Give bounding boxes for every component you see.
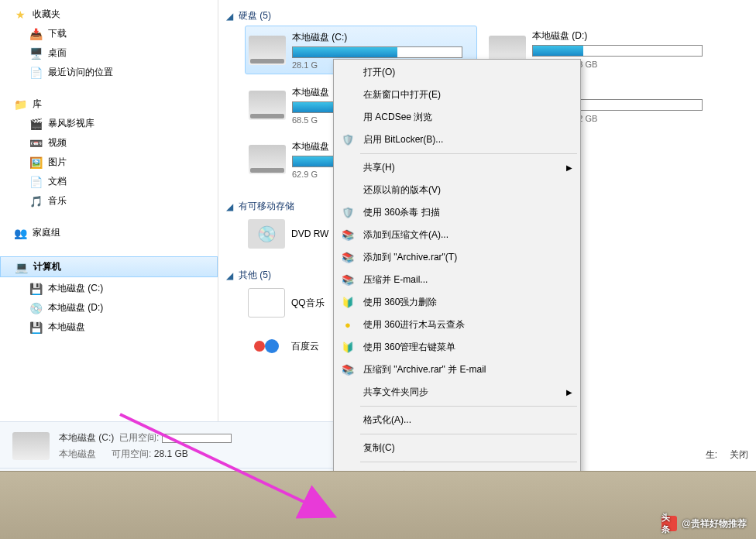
delete-icon: 🔰 — [342, 297, 354, 309]
dvd-icon: 💿 — [248, 219, 285, 249]
drive-icon — [12, 432, 50, 460]
sidebar-computer[interactable]: 💻计算机 — [0, 256, 218, 277]
details-pane: 本地磁盘 (C:) 已用空间: 本地磁盘 可用空间: 28.1 GB — [0, 421, 333, 471]
archive-icon: 📚 — [342, 252, 354, 264]
ctx-360-menu-manage[interactable]: 🔰使用 360管理右键菜单 — [335, 336, 579, 359]
ctx-360-trojan[interactable]: ●使用 360进行木马云查杀 — [335, 314, 579, 336]
ctx-share[interactable]: 共享(H)▶ — [335, 156, 579, 179]
archive-icon: 📚 — [342, 229, 354, 242]
video-icon: 🎬 — [29, 118, 42, 130]
archive-icon: 📚 — [342, 274, 354, 287]
baidu-icon — [248, 331, 285, 361]
taskbar-background — [0, 471, 756, 539]
drive-icon — [249, 36, 286, 65]
chevron-right-icon: ▶ — [566, 163, 572, 172]
shield-icon: 🛡️ — [342, 207, 354, 219]
sidebar-documents[interactable]: 📄文档 — [0, 172, 218, 191]
document-icon — [248, 288, 285, 318]
shield-icon: 🛡️ — [342, 134, 354, 146]
separator — [360, 153, 577, 154]
favorites-group[interactable]: ★收藏夹 — [0, 5, 218, 24]
sidebar-video[interactable]: 📼视频 — [0, 133, 218, 153]
ctx-acdsee[interactable]: 用 ACDSee 浏览 — [335, 106, 579, 129]
ctx-prev-versions[interactable]: 还原以前的版本(V) — [335, 179, 579, 201]
homegroup[interactable]: 👥家庭组 — [0, 223, 218, 242]
sidebar-recent[interactable]: 📄最近访问的位置 — [0, 63, 218, 82]
music-icon: 🎵 — [29, 195, 42, 208]
pictures-icon: 🖼️ — [29, 156, 42, 169]
ctx-compress-email[interactable]: 📚压缩并 E-mail... — [335, 269, 579, 291]
folder-icon: 📁 — [14, 98, 26, 111]
recent-icon: 📄 — [29, 67, 42, 79]
separator — [360, 462, 577, 462]
computer-icon: 💻 — [15, 261, 27, 273]
sidebar-drive-c[interactable]: 💾本地磁盘 (C:) — [0, 279, 218, 298]
download-icon: 📥 — [29, 28, 42, 40]
ctx-share-sync[interactable]: 共享文件夹同步▶ — [335, 381, 579, 403]
scan-icon: ● — [342, 319, 354, 331]
right-status-bar: 生: 关闭 — [706, 448, 748, 462]
ctx-add-to-rar[interactable]: 📚添加到 "Archive.rar"(T) — [335, 246, 579, 269]
ctx-bitlocker[interactable]: 🛡️启用 BitLocker(B)... — [335, 129, 579, 151]
usage-bar — [532, 45, 703, 57]
ctx-compress-rar-email[interactable]: 📚压缩到 "Archive.rar" 并 E-mail — [335, 359, 579, 381]
ctx-copy[interactable]: 复制(C) — [335, 437, 579, 459]
caret-icon: ◢ — [226, 11, 235, 22]
ctx-add-archive[interactable]: 📚添加到压缩文件(A)... — [335, 224, 579, 246]
usage-bar — [162, 434, 232, 443]
caret-icon: ◢ — [226, 201, 235, 212]
sidebar-pictures[interactable]: 🖼️图片 — [0, 153, 218, 172]
sidebar-drive-d[interactable]: 💿本地磁盘 (D:) — [0, 298, 218, 318]
sidebar-desktop[interactable]: 🖥️桌面 — [0, 43, 218, 63]
caret-icon: ◢ — [226, 270, 235, 281]
archive-icon: 📚 — [342, 364, 354, 376]
ctx-open[interactable]: 打开(O) — [335, 61, 579, 84]
separator — [360, 434, 577, 434]
settings-icon: 🔰 — [342, 342, 354, 354]
ctx-format[interactable]: 格式化(A)... — [335, 409, 579, 431]
drive-icon: 💾 — [29, 283, 42, 295]
separator — [360, 406, 577, 407]
section-disks[interactable]: ◢硬盘 (5) — [226, 6, 748, 26]
libraries-group[interactable]: 📁库 — [0, 94, 218, 114]
drive-icon — [249, 145, 286, 174]
ctx-360-force-delete[interactable]: 🔰使用 360强力删除 — [335, 291, 579, 314]
desktop-icon: 🖥️ — [29, 47, 42, 60]
sidebar-music[interactable]: 🎵音乐 — [0, 191, 218, 211]
star-icon: ★ — [14, 9, 26, 21]
context-menu: 打开(O) 在新窗口中打开(E) 用 ACDSee 浏览 🛡️启用 BitLoc… — [333, 59, 581, 539]
ctx-open-new-window[interactable]: 在新窗口中打开(E) — [335, 84, 579, 106]
svg-point-1 — [265, 339, 279, 353]
video-icon: 📼 — [29, 137, 42, 149]
drive-icon: 💿 — [29, 302, 42, 314]
ctx-360-scan[interactable]: 🛡️使用 360杀毒 扫描 — [335, 201, 579, 224]
documents-icon: 📄 — [29, 176, 42, 188]
drive-icon — [249, 91, 286, 120]
sidebar-video-library[interactable]: 🎬暴风影视库 — [0, 114, 218, 133]
logo-icon: 头条 — [662, 516, 677, 531]
chevron-right-icon: ▶ — [566, 388, 572, 397]
sidebar-drive-e[interactable]: 💾本地磁盘 — [0, 318, 218, 337]
svg-point-0 — [254, 341, 265, 352]
drive-icon: 💾 — [29, 321, 42, 334]
sidebar-downloads[interactable]: 📥下载 — [0, 24, 218, 43]
homegroup-icon: 👥 — [14, 227, 26, 239]
watermark: 头条 @贵祥好物推荐 — [662, 516, 747, 531]
usage-bar — [292, 46, 462, 58]
